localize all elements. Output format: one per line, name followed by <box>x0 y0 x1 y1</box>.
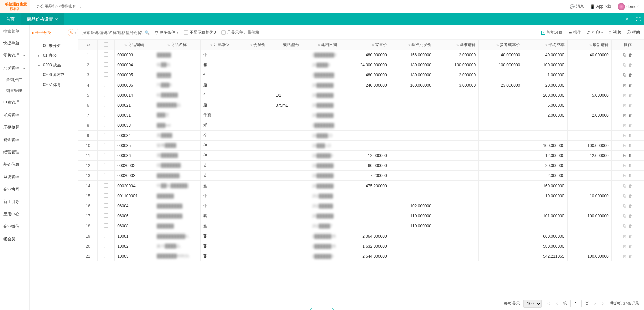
row-checkbox[interactable] <box>98 90 115 100</box>
row-checkbox[interactable] <box>98 231 115 241</box>
nav-wholesale[interactable]: 批发管理▲ <box>0 62 29 74</box>
search-icon[interactable]: 🔍 <box>145 30 150 35</box>
copy-icon[interactable]: ⎘ <box>623 194 626 198</box>
page-last[interactable]: >| <box>601 301 607 306</box>
col-member[interactable]: ⇅会员价 <box>243 40 273 50</box>
row-checkbox[interactable] <box>98 201 115 211</box>
table-row[interactable]: 10000003█████个2███████0480.000000156.000… <box>78 50 644 60</box>
copy-icon[interactable]: ⎘ <box>623 133 626 138</box>
delete-icon[interactable]: 🗑 <box>628 194 632 198</box>
nav-retail[interactable]: 零售管理▼ <box>0 49 29 62</box>
delete-icon[interactable]: 🗑 <box>628 63 632 67</box>
video-button[interactable]: ⊙视频 <box>608 30 621 35</box>
table-row[interactable]: 9000034奥████个20████23⎘🗑 <box>78 131 644 141</box>
page-next[interactable]: > <box>592 301 597 306</box>
table-row[interactable]: 1200020002得███████ .支20██████60.00000020… <box>78 161 644 171</box>
messages-link[interactable]: 💬消息 <box>570 4 584 9</box>
close-icon[interactable]: ✕ <box>55 17 58 22</box>
nav-member[interactable]: 畅会员 <box>0 233 29 245</box>
nav-wholesale-sales[interactable]: 销售管理 <box>0 85 29 96</box>
row-checkbox[interactable] <box>98 100 115 110</box>
row-checkbox[interactable] <box>98 131 115 141</box>
table-row[interactable]: 8000033███est米2███████⎘🗑 <box>78 120 644 131</box>
col-purchase[interactable]: ⇅基准进价 <box>434 40 478 50</box>
row-checkbox[interactable] <box>98 221 115 231</box>
delete-icon[interactable]: 🗑 <box>628 224 632 228</box>
copy-icon[interactable]: ⎘ <box>623 224 626 228</box>
col-spec[interactable]: 规格型号 <box>273 40 309 50</box>
menu-search[interactable] <box>0 25 29 37</box>
row-checkbox[interactable] <box>98 110 115 120</box>
delete-icon[interactable]: 🗑 <box>628 93 632 98</box>
col-unit[interactable]: ⇅计量单位... <box>200 40 243 50</box>
copy-icon[interactable]: ⎘ <box>623 143 626 148</box>
copy-icon[interactable]: ⎘ <box>623 244 626 249</box>
row-checkbox[interactable] <box>98 80 115 90</box>
tab-price-settings[interactable]: 商品价格设置 ✕ <box>21 13 64 25</box>
delete-icon[interactable]: 🗑 <box>628 123 632 128</box>
smart-price-button[interactable]: ✓智能改价 <box>541 30 563 35</box>
copy-icon[interactable]: ⎘ <box>623 234 626 239</box>
menu-search-input[interactable] <box>3 29 24 34</box>
delete-icon[interactable]: 🗑 <box>628 113 632 118</box>
col-retail[interactable]: ⇅零售价 <box>345 40 390 50</box>
user-menu[interactable]: demo2 <box>618 3 639 10</box>
table-row[interactable]: 2010002扬力████品.张2██████051,632.000000580… <box>78 241 644 251</box>
col-settings[interactable]: ⚙ <box>78 40 98 50</box>
category-title[interactable]: ▸ 全部分类 <box>32 30 51 36</box>
table-row[interactable]: 7000031███芝千克20██████2.0000002.000000⎘🗑 <box>78 110 644 120</box>
grid-search-input[interactable] <box>82 30 143 35</box>
category-node[interactable]: ▸01 办公 <box>32 51 75 60</box>
page-first[interactable]: |< <box>545 301 551 306</box>
nav-ecommerce[interactable]: 电商管理 <box>0 96 29 109</box>
nav-inventory[interactable]: 库存核算 <box>0 121 29 134</box>
col-checkbox[interactable] <box>98 40 115 50</box>
table-row[interactable]: 20000004收██纸箱20████824,000.000000180.000… <box>78 60 644 70</box>
table-row[interactable]: 1706006█████████.套20██████110.000000101.… <box>78 211 644 221</box>
delete-icon[interactable]: 🗑 <box>628 143 632 148</box>
app-download-link[interactable]: 📱App下载 <box>590 4 611 9</box>
category-node[interactable]: 00 未分类 <box>32 41 75 51</box>
grid-search[interactable]: 🔍 <box>82 30 150 35</box>
copy-icon[interactable]: ⎘ <box>623 113 626 118</box>
row-checkbox[interactable] <box>98 171 115 181</box>
copy-icon[interactable]: ⎘ <box>623 53 626 57</box>
row-checkbox[interactable] <box>98 191 115 201</box>
row-checkbox[interactable] <box>98 251 115 261</box>
hide-zero-checkbox[interactable]: 不显示价格为0 <box>184 30 216 35</box>
table-row[interactable]: 50000014杜██████件1/120██████200.0000005.0… <box>78 90 644 100</box>
copy-icon[interactable]: ⎘ <box>623 254 626 259</box>
col-avgcost[interactable]: ⇅平均成本 <box>523 40 567 50</box>
delete-icon[interactable]: 🗑 <box>628 184 632 188</box>
table-row[interactable]: 11000036测██████件20█████812.00000012.0000… <box>78 151 644 161</box>
row-checkbox[interactable] <box>98 211 115 221</box>
row-checkbox[interactable] <box>98 50 115 60</box>
copy-icon[interactable]: ⎘ <box>623 214 626 218</box>
more-conditions[interactable]: ▽更多条件▾ <box>155 30 178 35</box>
copy-icon[interactable]: ⎘ <box>623 204 626 208</box>
table-row[interactable]: 1806008██████盒202████7110.000000⎘🗑 <box>78 221 644 231</box>
row-checkbox[interactable] <box>98 70 115 80</box>
nav-guide[interactable]: 新手引导 <box>0 196 29 208</box>
nav-wholesale-marketing[interactable]: 营销推广 <box>0 74 29 85</box>
nav-quick[interactable]: 快捷导航 <box>0 37 29 49</box>
table-row[interactable]: 6000021███████品瓶375mL20██████5.000000⎘🗑 <box>78 100 644 110</box>
row-checkbox[interactable] <box>98 60 115 70</box>
delete-icon[interactable]: 🗑 <box>628 234 632 239</box>
col-code[interactable]: ⇅商品编码 <box>115 40 154 50</box>
category-node[interactable]: ▸0203 成品 <box>32 60 75 70</box>
delete-icon[interactable]: 🗑 <box>628 244 632 249</box>
copy-icon[interactable]: ⎘ <box>623 103 626 108</box>
collapse-panel-icon[interactable]: « <box>73 29 78 36</box>
close-all-tabs[interactable]: ✕ <box>621 17 633 22</box>
only-unit-checkbox[interactable]: 只显示主计量价格 <box>221 30 259 35</box>
nav-system[interactable]: 系统管理 <box>0 171 29 183</box>
print-button[interactable]: 🖨打印▾ <box>587 30 603 35</box>
category-node[interactable]: 0206 原材料 <box>32 70 75 80</box>
copy-icon[interactable]: ⎘ <box>623 93 626 98</box>
table-row[interactable]: 30000005█████件2███████480.000000180.0000… <box>78 70 644 80</box>
account-set-selector[interactable]: 办公用品行业模拟账套 ⌄ <box>30 4 89 9</box>
delete-icon[interactable]: 🗑 <box>628 173 632 178</box>
nav-operation[interactable]: 经营管理 <box>0 146 29 158</box>
col-refcost[interactable]: ⇅参考成本价 <box>479 40 523 50</box>
